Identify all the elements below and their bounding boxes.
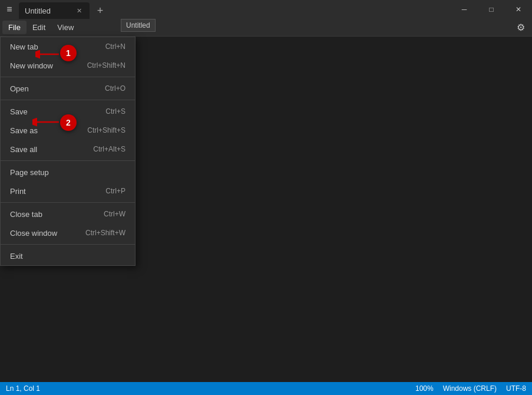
gear-icon: ⚙ [517,22,525,33]
menu-item-label: Exit [10,252,23,261]
menu-item-save-all[interactable]: Save all Ctrl+Alt+S [1,140,135,159]
menu-items: File Edit View [2,21,80,34]
file-dropdown-menu: New tab Ctrl+N New window Ctrl+Shift+N O… [0,37,136,266]
tab-close-button[interactable]: ✕ [74,6,84,15]
menu-item-label: Save all [10,145,37,154]
zoom-level: 100% [415,384,434,393]
menu-divider-1 [1,77,135,77]
menu-item-shortcut: Ctrl+Shift+S [87,126,125,134]
menu-item-label: Save [10,107,28,116]
status-bar: Ln 1, Col 1 100% Windows (CRLF) UTF-8 [0,382,532,395]
maximize-button[interactable]: □ [478,0,505,19]
menu-item-print[interactable]: Print Ctrl+P [1,182,135,200]
new-tab-button[interactable]: + [92,2,108,19]
menu-item-page-setup[interactable]: Page setup [1,163,135,182]
menu-item-shortcut: Ctrl+W [104,210,125,218]
menu-item-label: Page setup [10,168,49,177]
tab-area: Untitled ✕ + [19,0,451,19]
menu-divider-5 [1,244,135,245]
menu-item-shortcut: Ctrl+O [105,84,125,93]
menu-item-shortcut: Ctrl+Shift+N [87,61,125,70]
cursor-position: Ln 1, Col 1 [6,384,40,393]
menu-divider-2 [1,100,135,100]
menu-bar: File Edit View ⚙ [0,19,532,37]
encoding: UTF-8 [506,384,526,393]
menu-item-shortcut: Ctrl+P [105,187,125,195]
menu-item-open[interactable]: Open Ctrl+O [1,79,135,98]
menu-item-shortcut: Ctrl+S [105,107,125,116]
annotation-1: 1 [60,45,77,61]
menu-divider-3 [1,160,135,161]
menu-item-label: Close window [10,229,57,238]
menu-item-label: New tab [10,42,38,51]
menu-item-label: Print [10,187,26,196]
app-icon: ≡ [0,0,19,19]
tab-tooltip: Untitled [121,19,156,32]
menu-item-close-tab[interactable]: Close tab Ctrl+W [1,205,135,223]
minimize-button[interactable]: ─ [451,0,478,19]
menu-view[interactable]: View [51,21,80,34]
status-left: Ln 1, Col 1 [6,384,40,393]
status-right: 100% Windows (CRLF) UTF-8 [415,384,526,393]
annotation-2: 2 [60,114,77,131]
tab-title: Untitled [25,6,70,15]
menu-edit[interactable]: Edit [27,21,51,34]
line-ending: Windows (CRLF) [443,384,497,393]
menu-item-label: Close tab [10,210,42,219]
menu-item-label: Open [10,84,29,93]
menu-item-shortcut: Ctrl+Alt+S [93,145,125,153]
menu-item-shortcut: Ctrl+Shift+W [85,229,125,237]
active-tab[interactable]: Untitled ✕ [19,2,90,19]
title-bar: ≡ Untitled ✕ + ─ □ ✕ [0,0,532,19]
menu-item-shortcut: Ctrl+N [105,42,125,51]
menu-file[interactable]: File [2,21,27,34]
window-controls: ─ □ ✕ [451,0,532,19]
close-button[interactable]: ✕ [505,0,532,19]
menu-divider-4 [1,202,135,203]
menu-item-close-window[interactable]: Close window Ctrl+Shift+W [1,223,135,242]
menu-item-exit[interactable]: Exit [1,246,135,265]
settings-button[interactable]: ⚙ [512,19,530,37]
